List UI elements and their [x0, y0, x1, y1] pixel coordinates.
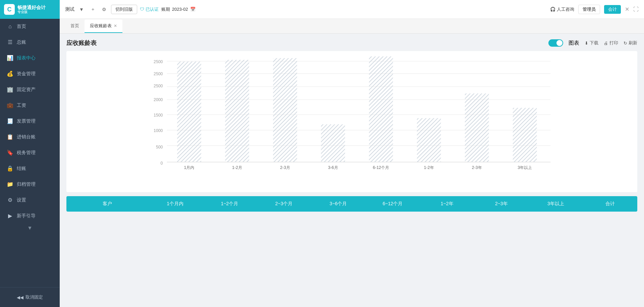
consult-button[interactable]: 🎧 人工咨询: [550, 6, 574, 12]
sidebar-footer: ◀◀ 取消固定: [0, 287, 60, 307]
sales-icon: 📋: [7, 134, 13, 140]
tax-icon: 🔖: [7, 149, 13, 156]
sidebar-scroll-down[interactable]: ▼: [0, 224, 60, 232]
period-label: 账期: [161, 6, 170, 12]
tabbar: 首页 应收账龄表 ✕: [60, 19, 644, 34]
sidebar-item-guide-label: 新手引导: [17, 213, 36, 219]
report-title: 应收账龄表: [66, 39, 97, 47]
sidebar-item-archive[interactable]: 📁 归档管理: [0, 176, 60, 192]
shield-icon: 🛡: [140, 7, 144, 12]
svg-text:2-3年: 2-3年: [472, 165, 482, 170]
sidebar-item-settings[interactable]: ⚙ 设置: [0, 192, 60, 208]
cancel-fixed-button[interactable]: ◀◀ 取消固定: [0, 291, 60, 304]
sidebar-item-reports-label: 报表中心: [17, 55, 36, 61]
download-button[interactable]: ⬇ 下载: [585, 40, 598, 46]
download-icon: ⬇: [585, 41, 588, 46]
sidebar-item-funds[interactable]: 💰 资金管理: [0, 66, 60, 82]
tab-ar-aging-close[interactable]: ✕: [114, 24, 117, 28]
svg-text:1-2年: 1-2年: [424, 165, 434, 170]
add-workspace-button[interactable]: ＋: [89, 5, 97, 14]
sidebar-item-guide[interactable]: ▶ 新手引导: [0, 208, 60, 224]
sidebar-item-wages[interactable]: 💼 工资: [0, 97, 60, 113]
sidebar-item-sales[interactable]: 📋 进销台账: [0, 129, 60, 145]
table-header-1m: 1个月内: [148, 196, 202, 212]
user-button[interactable]: 管理员: [578, 5, 600, 14]
table-container: 客户 1个月内 1~2个月 2~3个月 3~6个月 6~12个月 1~2年 2~…: [66, 196, 637, 212]
sidebar-item-ledger[interactable]: ☰ 总账: [0, 34, 60, 50]
expand-window-button[interactable]: ⛶: [633, 6, 639, 12]
table-header-2-3y: 2~3年: [474, 196, 529, 212]
tab-home[interactable]: 首页: [65, 19, 85, 33]
headset-icon: 🎧: [550, 7, 555, 12]
sidebar-item-reports[interactable]: 📊 报表中心: [0, 50, 60, 66]
cancel-fixed-label: 取消固定: [25, 294, 43, 300]
sidebar-item-closing[interactable]: 🔒 结账: [0, 161, 60, 176]
svg-text:1000: 1000: [154, 128, 163, 133]
svg-text:0: 0: [161, 161, 163, 166]
chart-toggle-label: 图表: [569, 40, 579, 47]
table-header-total: 合计: [583, 196, 637, 212]
sidebar: C 畅捷通好会计 专业版 ⌂ 首页 ☰ 总账 📊 报表中心 💰 资金管理 🏢 固…: [0, 0, 60, 307]
svg-text:2500: 2500: [154, 84, 163, 88]
table-header-1-2m: 1~2个月: [202, 196, 257, 212]
sidebar-item-home-label: 首页: [17, 24, 26, 30]
assets-icon: 🏢: [7, 86, 13, 93]
table-header: 客户 1个月内 1~2个月 2~3个月 3~6个月 6~12个月 1~2年 2~…: [66, 196, 637, 212]
home-icon: ⌂: [7, 24, 13, 30]
print-button[interactable]: 🖨 打印: [604, 40, 618, 46]
refresh-icon: ↻: [624, 41, 627, 46]
report-actions: 图表 ⬇ 下载 🖨 打印 ↻ 刷新: [548, 39, 637, 47]
sidebar-nav: ⌂ 首页 ☰ 总账 📊 报表中心 💰 资金管理 🏢 固定资产 💼 工资 🧾 发票…: [0, 19, 60, 287]
table-header-3-6m: 3~6个月: [311, 196, 365, 212]
refresh-button[interactable]: ↻ 刷新: [624, 40, 637, 46]
content-area: 应收账龄表 图表 ⬇ 下载 🖨 打印 ↻ 刷新: [60, 34, 644, 307]
tab-ar-aging[interactable]: 应收账龄表 ✕: [85, 19, 122, 33]
role-button[interactable]: 会计: [604, 5, 621, 14]
logo-icon: C: [4, 4, 15, 15]
calendar-icon[interactable]: 📅: [190, 7, 196, 12]
period-value: 2023-02: [172, 7, 188, 12]
archive-icon: 📁: [7, 181, 13, 187]
sidebar-item-wages-label: 工资: [17, 102, 26, 108]
svg-text:3-6月: 3-6月: [328, 165, 338, 170]
table-header-6-12m: 6~12个月: [366, 196, 420, 212]
table-header-3y-plus: 3年以上: [529, 196, 583, 212]
sidebar-item-home[interactable]: ⌂ 首页: [0, 19, 60, 34]
workspace-dropdown-button[interactable]: ▼: [77, 5, 86, 13]
sidebar-item-tax[interactable]: 🔖 税务管理: [0, 145, 60, 161]
bar-1-2年: [417, 118, 441, 162]
svg-text:2500: 2500: [154, 72, 163, 76]
cancel-fixed-icon: ◀◀: [17, 295, 23, 300]
bar-1-2月: [225, 60, 249, 162]
main-area: 测试 ▼ ＋ ⚙ 切到旧版 🛡 已认证 账期 2023-02 📅 🎧 人工咨询 …: [60, 0, 644, 307]
sidebar-item-invoices-label: 发票管理: [17, 118, 36, 124]
app-edition: 专业版: [17, 10, 46, 14]
svg-text:1月内: 1月内: [184, 165, 195, 170]
sidebar-item-archive-label: 归档管理: [17, 181, 36, 187]
table-header-customer: 客户: [66, 196, 148, 212]
svg-text:500: 500: [156, 145, 163, 149]
period-info: 账期 2023-02 📅: [161, 6, 196, 12]
wages-icon: 💼: [7, 102, 13, 108]
close-window-button[interactable]: ✕: [625, 6, 629, 12]
closing-icon: 🔒: [7, 165, 13, 172]
sidebar-item-invoices[interactable]: 🧾 发票管理: [0, 113, 60, 129]
tab-ar-aging-label: 应收账龄表: [90, 23, 112, 29]
guide-icon: ▶: [7, 213, 13, 219]
bar-3-6月: [321, 124, 345, 162]
sidebar-item-settings-label: 设置: [17, 197, 26, 203]
workspace-name: 测试: [65, 6, 74, 12]
certified-badge: 🛡 已认证: [140, 6, 159, 12]
svg-text:2-3月: 2-3月: [280, 165, 290, 170]
chart-toggle[interactable]: [548, 39, 563, 47]
bar-6-12月: [369, 56, 393, 162]
svg-text:1500: 1500: [154, 113, 163, 118]
chart-container: 2500 2500 2500 2000 1500 1000 500 0: [66, 51, 637, 192]
sidebar-item-assets[interactable]: 🏢 固定资产: [0, 82, 60, 97]
bar-1月内: [177, 61, 201, 162]
ledger-icon: ☰: [7, 39, 13, 45]
print-label: 打印: [609, 40, 618, 46]
workspace-settings-button[interactable]: ⚙: [100, 5, 108, 13]
svg-text:3年以上: 3年以上: [518, 165, 532, 170]
switch-old-version-button[interactable]: 切到旧版: [111, 5, 137, 14]
